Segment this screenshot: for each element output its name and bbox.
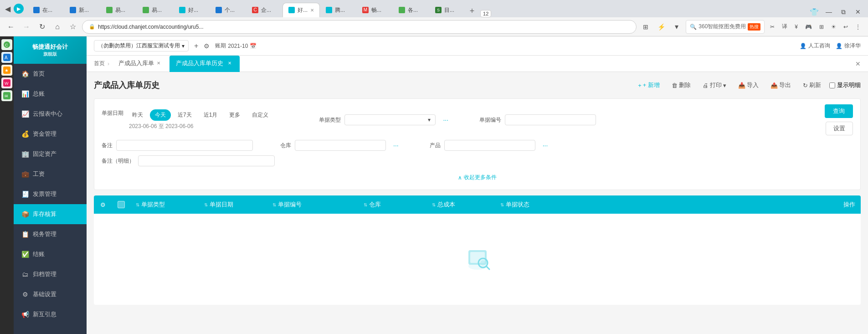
date-tab-custom[interactable]: 自定义 [247,109,273,121]
restore-button[interactable]: ⧉ [838,6,849,17]
product-input[interactable] [444,140,535,151]
sidebar-item-inventory[interactable]: 📦 库存核算 [14,204,87,224]
bill-no-input[interactable] [505,114,596,125]
date-tab-today[interactable]: 今天 [150,109,171,121]
remark-detail-input[interactable] [138,155,275,166]
tab-current-close-icon[interactable]: ✕ [226,60,233,67]
sidebar-item-assets[interactable]: 🏢 固定资产 [14,144,87,164]
date-tab-yesterday[interactable]: 昨天 [127,109,148,121]
date-tab-1month[interactable]: 近1月 [199,109,223,121]
tab-count-badge[interactable]: 12 [480,10,491,17]
sidebar-item-tax[interactable]: 📋 税务管理 [14,224,87,244]
undo-tool[interactable]: ↩ [841,21,851,33]
th-bill-date[interactable]: ⇅ 单据日期 [199,200,267,209]
sidebar-item-ledger[interactable]: 📊 总账 [14,84,87,104]
back-button[interactable]: ← [5,21,17,33]
translate-tool[interactable]: 译 [779,21,790,33]
company-select[interactable]: （勿删勿禁用）江西服宝测试专用 ▾ [94,40,189,51]
tab-9[interactable]: 腾... [320,3,356,17]
import-button[interactable]: 📥 导入 [734,79,762,91]
sidebar-item-funds[interactable]: 💰 资金管理 [14,124,87,144]
remark-input[interactable] [116,140,253,151]
location-icon[interactable]: ▶ [14,4,24,14]
sidebar-item-invoice[interactable]: 🧾 发票管理 [14,184,87,204]
tab-3[interactable]: 易... [100,3,137,17]
calendar-icon[interactable]: 📅 [250,43,257,49]
tab-8-active[interactable]: 好... ✕ [282,3,320,17]
dots-btn-bill[interactable]: ··· [439,115,452,124]
add-button[interactable]: + + 新增 [634,79,663,91]
tab-12[interactable]: S 目... [429,3,466,17]
tab-2[interactable]: 新... [64,3,100,17]
th-bill-status[interactable]: ⇅ 单据状态 [495,200,563,209]
user-avatar[interactable]: 👤 徐泽华 [836,42,861,50]
query-button[interactable]: 查询 [825,104,853,118]
tab-11[interactable]: 各... [393,3,429,17]
tab-7[interactable]: C 企... [246,3,282,17]
tab-4[interactable]: 易... [137,3,173,17]
chanjet-icon[interactable]: C [1,39,12,50]
display-detail-checkbox[interactable] [829,82,835,88]
dropdown-icon[interactable]: ▾ [670,21,683,33]
sidebar-item-reports[interactable]: 📈 云报表中心 [14,104,87,124]
display-detail-toggle[interactable]: 显示明细 [829,81,861,89]
th-warehouse[interactable]: ⇅ 仓库 [358,200,426,209]
grid-icon[interactable]: ⊞ [639,21,652,33]
minimize-button[interactable]: — [823,6,834,17]
user-service[interactable]: 👤 人工咨询 [800,42,830,50]
sidebar-item-salary[interactable]: 💼 工资 [14,164,87,184]
column-settings-icon[interactable]: ⚙ [100,201,106,208]
game-tool[interactable]: 🎮 [802,21,815,33]
more-tool[interactable]: ⋮ [853,21,863,33]
sidebar-item-home[interactable]: 🏠 首页 [14,64,87,84]
sidebar-item-news[interactable]: 📢 新互引息 [14,304,87,324]
tab-parent[interactable]: 产成品入库单 ✕ [112,56,167,72]
app-icon-3[interactable]: W [1,77,12,88]
close-panel-button[interactable]: ✕ [855,60,861,67]
warehouse-input[interactable] [295,140,386,151]
bill-type-select[interactable]: ▾ [344,114,436,125]
address-input[interactable]: 🔒 https://cloud.chanjet.com/accounting/u… [82,20,637,34]
th-bill-no[interactable]: ⇅ 单据编号 [267,200,358,209]
app-icon-4[interactable]: ✉ [1,90,12,101]
close-button[interactable]: ✕ [853,6,863,17]
add-company-button[interactable]: + [194,42,198,50]
app-icon-2[interactable]: ★ [1,65,12,76]
dots-btn-warehouse[interactable]: ··· [390,141,402,150]
app-icon-1[interactable]: A [1,52,12,63]
dots-btn-product[interactable]: ··· [539,141,552,150]
reload-button[interactable]: ↻ [36,21,48,33]
tab-current[interactable]: 产成品入库单历史 ✕ [169,56,240,72]
delete-button[interactable]: 🗑 删除 [668,79,694,91]
search-box[interactable]: 🔍 360智能抠图免费用 热搜 [686,20,765,34]
brightness-tool[interactable]: ☀ [828,21,839,33]
breadcrumb-home[interactable]: 首页 [94,60,105,67]
scissors-tool[interactable]: ✂ [767,21,777,33]
filter-settings-button[interactable]: 设置 [826,122,853,135]
back-icon[interactable]: ◀ [4,5,12,13]
refresh-button[interactable]: ↻ 刷新 [799,79,825,91]
shirt-icon[interactable]: 👕 [809,6,820,17]
settings-gear-icon[interactable]: ⚙ [204,42,210,50]
tab-10[interactable]: M 畅... [356,3,393,17]
sidebar-item-settings[interactable]: ⚙ 基础设置 [14,284,87,304]
print-button[interactable]: 🖨 打印 ▾ [699,79,730,91]
tab-6[interactable]: 个... [210,3,246,17]
home-button[interactable]: ⌂ [51,21,64,33]
tab-5[interactable]: 好... [173,3,210,17]
sidebar-item-archive[interactable]: 🗂 归档管理 [14,264,87,284]
layout-tool[interactable]: ⊞ [817,21,827,33]
th-bill-type[interactable]: ⇅ 单据类型 [130,200,199,209]
tab-close-icon[interactable]: ✕ [310,8,314,13]
yuan-tool[interactable]: ¥ [792,21,801,33]
bookmark-button[interactable]: ☆ [67,21,79,33]
forward-button[interactable]: → [20,21,33,33]
export-button[interactable]: 📤 导出 [767,79,795,91]
date-tab-7days[interactable]: 近7天 [173,109,197,121]
th-total-cost[interactable]: ⇅ 总成本 [426,200,495,209]
sidebar-item-checkout[interactable]: ✅ 结账 [14,244,87,264]
add-tab-button[interactable]: + [466,5,478,17]
date-tab-more[interactable]: 更多 [224,109,245,121]
th-checkbox[interactable] [112,201,130,208]
tab-parent-close-icon[interactable]: ✕ [157,61,160,66]
